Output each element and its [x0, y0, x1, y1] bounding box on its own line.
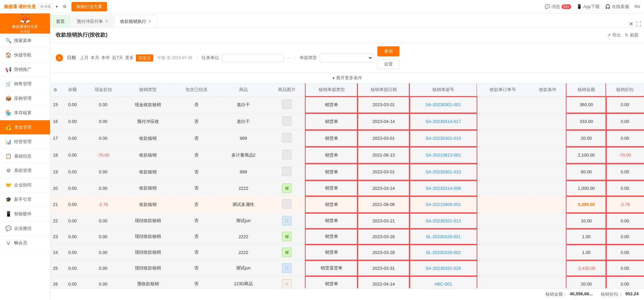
cell-verify-doc-no[interactable]: SA-20230314-008 — [410, 180, 477, 196]
tab-home[interactable]: 首页 — [50, 15, 70, 27]
doc-link[interactable]: SA-20230314-008 — [426, 186, 461, 191]
handshake-icon: 🤝 — [5, 182, 11, 188]
expand-more-btn[interactable]: ▾ 展开更多条件 — [332, 75, 362, 81]
cell-balance: 0.00 — [61, 113, 84, 130]
product-image — [282, 133, 291, 142]
sidebar-item-label: 基础信息 — [14, 153, 32, 159]
date-btn-7days[interactable]: 近7天 — [112, 55, 123, 61]
query-btn[interactable]: 查询 — [377, 46, 399, 56]
sidebar-item-label: 搜索菜单 — [14, 38, 32, 44]
cell-verify-doc-no[interactable]: SA-20230331-026 — [410, 260, 477, 276]
cell-cash-discount: 0.00 — [84, 180, 122, 196]
refresh-btn[interactable]: ↻ 刷新 — [625, 32, 639, 38]
tab-prepay-close[interactable]: ✕ — [105, 19, 108, 24]
online-service[interactable]: 🎧 在线客服 — [605, 4, 629, 10]
cell-verify-doc-no[interactable]: SA-20230301-010 — [410, 164, 477, 180]
date-btn-last-month[interactable]: 上月 — [80, 55, 89, 61]
tab-prepay[interactable]: 预付冲应付单 ✕ — [71, 15, 114, 27]
doc-link[interactable]: SA-20230301-010 — [426, 169, 461, 174]
tab-receipt-verify-close[interactable]: ✕ — [148, 19, 151, 24]
cell-verify-doc-type: 销货退货单 — [306, 260, 358, 276]
col-product: 商品 — [219, 83, 268, 96]
date-btn-this-month[interactable]: 本月 — [91, 55, 99, 61]
date-btn-custom[interactable]: 自定义 — [136, 54, 153, 61]
cell-verify-doc-no[interactable]: SA-20210808-001 — [410, 196, 477, 213]
doc-link[interactable]: SA-20230414-017 — [426, 119, 461, 124]
gear-icon: ⚙ — [5, 168, 11, 174]
sidebar-item-label: 经营管理 — [14, 139, 32, 145]
cell-verify-type: 现结收款核销 — [122, 260, 174, 276]
cell-verify-doc-no[interactable]: SA-20230414-017 — [410, 113, 477, 130]
version-dropdown[interactable]: ▾ — [56, 4, 58, 9]
cell-verify-doc-no[interactable]: SL-20230328-001 — [410, 229, 477, 245]
sidebar-item-guide[interactable]: 🎓 新手引导 — [0, 192, 50, 207]
doc-link[interactable]: SA-20230321-012 — [426, 218, 461, 223]
sidebar-item-label: 快捷导航 — [14, 52, 32, 58]
sidebar-item-vip[interactable]: V 畅会员 — [0, 236, 50, 250]
cell-included-settled: 否 — [174, 196, 219, 213]
sidebar-item-basic[interactable]: 📋 基础信息 — [0, 149, 50, 164]
doc-link[interactable]: SA-20210813-001 — [426, 153, 461, 158]
close-window-btn[interactable]: ✕ — [629, 21, 633, 27]
sidebar-item-hardware[interactable]: 📱 智能硬件 — [0, 207, 50, 221]
cell-included-settled: 否 — [174, 164, 219, 180]
cell-verify-doc-no[interactable]: SA-20230301-010 — [410, 130, 477, 147]
from-unit-field: 往来单位 ··· — [202, 54, 290, 62]
message-item[interactable]: 💬 消息 99+ — [545, 4, 571, 10]
from-unit-input[interactable] — [222, 54, 284, 62]
settings-gear[interactable]: ⚙ — [61, 3, 69, 11]
user-avatar[interactable]: Rit — [635, 4, 640, 9]
footer-verify-amount-label: 核销金额： — [545, 291, 567, 297]
table-row: 18 0.00 -70.00 收款核销 否 多计量商品2 销货单 2021-08… — [50, 147, 644, 164]
sidebar-item-marketing[interactable]: 📢 营销推广 — [0, 62, 50, 77]
date-btn-more[interactable]: 更多 — [125, 55, 134, 61]
doc-link[interactable]: SA-20230301-001 — [426, 102, 461, 107]
sidebar-item-operation[interactable]: 📊 经营管理 — [0, 135, 50, 149]
doc-link[interactable]: SA-20210808-001 — [426, 202, 461, 207]
sidebar-item-finance[interactable]: 💰 资金管理 — [0, 120, 50, 135]
sidebar-item-wechat[interactable]: 💬 企业微信 — [0, 221, 50, 236]
date-btn-this-year[interactable]: 本年 — [101, 55, 110, 61]
page-content: 收款核销执行(按收款) ↗ 导出 ↻ 刷新 » 日期 — [50, 28, 644, 300]
doc-link[interactable]: SA-20230331-026 — [426, 266, 461, 271]
doc-link[interactable]: SA-20230301-010 — [426, 136, 461, 141]
sidebar-item-enterprise[interactable]: 🤝 企业协同 — [0, 178, 50, 192]
cell-verify-doc-no[interactable]: SA-20230321-012 — [410, 213, 477, 229]
doc-type-label: 单据类型 — [300, 55, 317, 61]
cell-verify-doc-no[interactable]: SL-20230328-002 — [410, 245, 477, 260]
sidebar: 🦊 畅捷通谱好生意 标准版 🔍 搜索菜单 🏠 快捷导航 📢 营销推广 🛒 销售管… — [0, 13, 50, 300]
cell-verify-type: 现结收款核销 — [122, 213, 174, 229]
cell-seq: 15 — [50, 96, 61, 113]
cell-included-settled: 否 — [174, 130, 219, 147]
sidebar-item-sales[interactable]: 🛒 销售管理 — [0, 77, 50, 91]
doc-link[interactable]: SL-20230328-002 — [426, 250, 461, 255]
cell-included-settled: 否 — [174, 213, 219, 229]
doc-link[interactable]: ABC-001 — [434, 282, 452, 287]
table-row: 25 0.00 0.00 现结收款核销 否 测试jun 🖼 销货退货单 2023… — [50, 260, 644, 276]
sidebar-item-quicknav[interactable]: 🏠 快捷导航 — [0, 48, 50, 62]
cell-seq: 18 — [50, 147, 61, 164]
filter-toggle-btn[interactable]: » — [56, 54, 63, 61]
from-unit-ellipsis[interactable]: ··· — [287, 55, 290, 60]
cell-verify-discount: 0.00 — [606, 96, 644, 113]
col-gear[interactable]: ⚙ — [50, 83, 61, 96]
maximize-btn[interactable]: ⛶ — [636, 21, 641, 27]
col-verify-discount: 核销折扣 — [606, 83, 644, 96]
cell-verify-doc-no[interactable]: ABC-001 — [410, 276, 477, 289]
sidebar-item-system[interactable]: ⚙ 系统管理 — [0, 164, 50, 178]
tab-receipt-verify[interactable]: 收款核销执行 ✕ — [114, 15, 157, 27]
cell-product-image — [268, 130, 306, 147]
table-row: 24 0.00 0.00 现结收款核销 否 2222 🌿 销货单 2023-03… — [50, 245, 644, 260]
export-btn[interactable]: ↗ 导出 — [607, 32, 621, 38]
setting-btn[interactable]: 设置 — [377, 59, 399, 69]
app-download[interactable]: 📱 App下载 — [577, 4, 600, 10]
sidebar-item-purchase[interactable]: 📦 采购管理 — [0, 91, 50, 106]
trial-btn[interactable]: 体验行业方案 — [71, 2, 107, 11]
doc-type-select[interactable] — [320, 53, 373, 62]
cell-verify-doc-no[interactable]: SA-20210813-001 — [410, 147, 477, 164]
cell-verify-doc-no[interactable]: SA-20230301-001 — [410, 96, 477, 113]
sidebar-item-search[interactable]: 🔍 搜索菜单 — [0, 34, 50, 48]
product-image: 🌿 — [282, 232, 291, 241]
doc-link[interactable]: SL-20230328-001 — [426, 234, 461, 239]
sidebar-item-inventory[interactable]: 🏪 库存核算 — [0, 106, 50, 120]
